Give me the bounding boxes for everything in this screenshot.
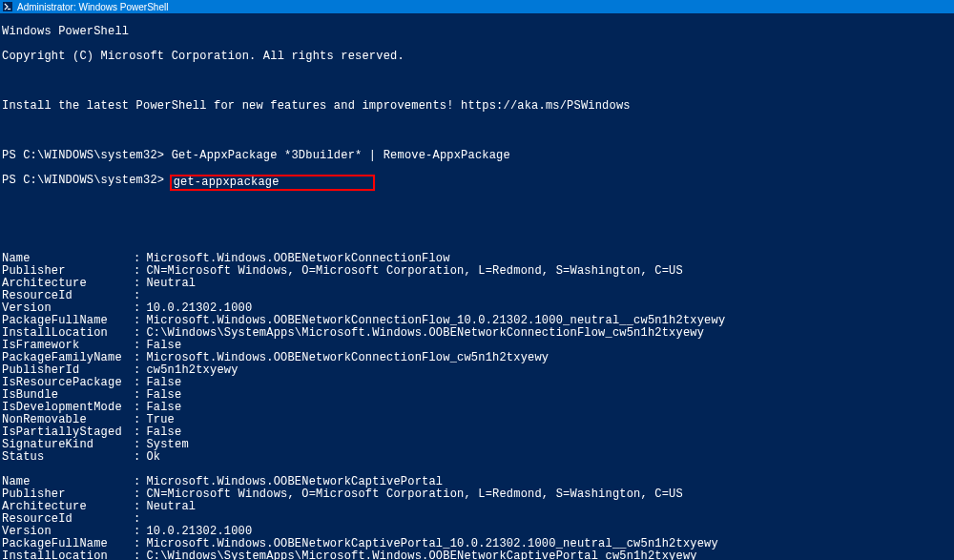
header-line: Copyright (C) Microsoft Corporation. All… (2, 51, 952, 63)
header-line: Install the latest PowerShell for new fe… (2, 100, 952, 113)
field-value: C:\Windows\SystemApps\Microsoft.Windows.… (146, 550, 696, 560)
command-text: get-appxpackage (174, 176, 280, 189)
package-field-row: PackageFamilyName:Microsoft.Windows.OOBE… (2, 352, 952, 364)
package-field-row: Status:Ok (2, 451, 952, 464)
package-field-row: ResourceId: (2, 513, 952, 526)
package-field-row: ResourceId: (2, 290, 952, 302)
package-field-row: IsBundle:False (2, 389, 952, 402)
package-field-row: Publisher:CN=Microsoft Windows, O=Micros… (2, 488, 952, 501)
package-field-row: InstallLocation:C:\Windows\SystemApps\Mi… (2, 550, 952, 560)
package-field-row: PublisherId:cw5n1h2txyewy (2, 364, 952, 377)
blank-line (2, 125, 952, 137)
blank-line (2, 228, 952, 240)
package-field-row: InstallLocation:C:\Windows\SystemApps\Mi… (2, 327, 952, 340)
field-value: Neutral (146, 278, 196, 290)
field-separator: : (134, 550, 140, 560)
blank-line (2, 75, 952, 88)
package-field-row: Publisher:CN=Microsoft Windows, O=Micros… (2, 265, 952, 278)
field-value: CN=Microsoft Windows, O=Microsoft Corpor… (146, 488, 683, 501)
window-title: Administrator: Windows PowerShell (17, 2, 168, 12)
package-field-row: Architecture:Neutral (2, 278, 952, 290)
packages-output: Name:Microsoft.Windows.OOBENetworkConnec… (2, 253, 952, 560)
field-value: C:\Windows\SystemApps\Microsoft.Windows.… (146, 327, 704, 340)
package-field-row: IsPartiallyStaged:False (2, 426, 952, 439)
highlighted-command: get-appxpackage (170, 175, 375, 191)
command-text: Get-AppxPackage *3Dbuilder* | Remove-App… (172, 150, 510, 162)
blank-line (2, 203, 952, 216)
prompt-line: PS C:\WINDOWS\system32> get-appxpackage (2, 175, 952, 191)
prompt: PS C:\WINDOWS\system32> (2, 150, 172, 162)
blank-line (2, 464, 952, 476)
prompt: PS C:\WINDOWS\system32> (2, 175, 172, 191)
field-separator: : (134, 451, 140, 464)
powershell-icon (2, 1, 13, 12)
field-value: Ok (146, 451, 160, 464)
titlebar[interactable]: Administrator: Windows PowerShell (0, 0, 954, 13)
header-line: Windows PowerShell (2, 26, 952, 38)
package-field-row: IsResourcePackage:False (2, 377, 952, 389)
field-value: CN=Microsoft Windows, O=Microsoft Corpor… (146, 265, 683, 278)
terminal-output[interactable]: Windows PowerShell Copyright (C) Microso… (0, 13, 954, 560)
package-field-row: NonRemovable:True (2, 414, 952, 426)
package-field-row: IsDevelopmentMode:False (2, 402, 952, 414)
package-field-row: SignatureKind:System (2, 439, 952, 451)
field-value: Neutral (146, 501, 196, 513)
package-field-row: Architecture:Neutral (2, 501, 952, 513)
prompt-line: PS C:\WINDOWS\system32> Get-AppxPackage … (2, 150, 952, 162)
field-name: Status (2, 451, 134, 464)
field-name: InstallLocation (2, 550, 134, 560)
